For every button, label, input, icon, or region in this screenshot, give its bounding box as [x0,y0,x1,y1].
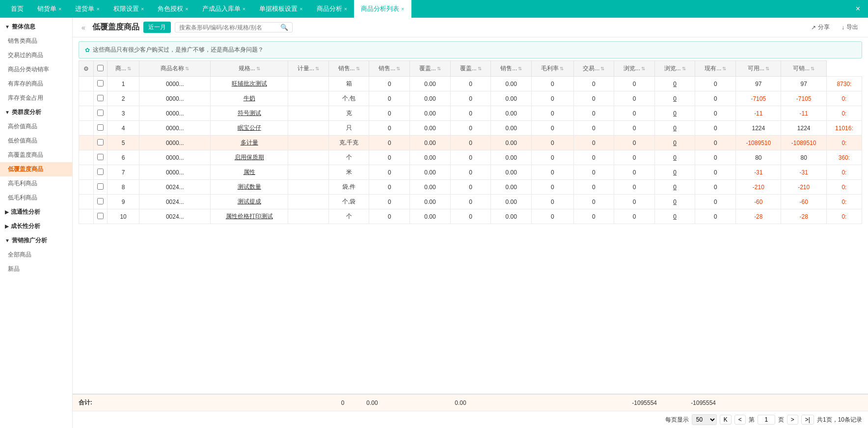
sidebar-item-high-value[interactable]: 高价值商品 [0,119,72,134]
row-code: 0000... [139,136,211,150]
row-unit: 克,千克 [328,136,369,150]
nav-role-close[interactable]: × [185,0,188,18]
row-name[interactable]: 属性 [211,165,288,180]
nav-product-analysis-list[interactable]: 商品分析列表 × [354,0,411,18]
next-page-btn[interactable]: > [787,415,798,425]
row-name[interactable]: 多计量 [211,136,288,150]
row-checkbox[interactable] [94,136,108,150]
nav-template-settings[interactable]: 单据模板设置 × [252,0,309,18]
row-browse-a[interactable]: 0 [654,121,695,136]
sidebar-section-marketing[interactable]: ▼ 营销推广分析 [0,233,72,248]
nav-analysis-list-close[interactable]: × [401,0,404,18]
row-gear [79,106,94,121]
row-checkbox[interactable] [94,91,108,106]
nav-permissions-close[interactable]: × [141,0,144,18]
nav-template-close[interactable]: × [299,0,302,18]
row-sales-qty: 0 [369,195,410,209]
row-sales-c: 0 [532,150,574,165]
row-browse-a[interactable]: 0 [654,165,695,180]
row-sales-c: 0 [532,77,574,91]
row-checkbox[interactable] [94,77,108,91]
last-page-btn[interactable]: >| [801,415,814,425]
row-checkbox[interactable] [94,180,108,195]
row-name[interactable]: 属性价格打印测试 [211,209,288,224]
row-checkbox[interactable] [94,106,108,121]
info-icon: ✿ [85,47,90,54]
period-button[interactable]: 近一月 [143,22,171,33]
nav-home[interactable]: 首页 [4,0,30,18]
row-browse-a[interactable]: 0 [654,180,695,195]
nav-sales-order[interactable]: 销货单 × [30,0,68,18]
page-title: 低覆盖度商品 [92,22,139,32]
row-checkbox[interactable] [94,209,108,224]
nav-purchase-order[interactable]: 进货单 × [68,0,106,18]
row-cover-a: 0 [450,91,491,106]
sidebar-item-in-stock[interactable]: 有库存的商品 [0,77,72,91]
export-button[interactable]: ↓ 导出 [838,22,862,33]
row-name[interactable]: 测试数量 [211,180,288,195]
sidebar-section-overall[interactable]: ▼ 整体信息 [0,20,72,34]
row-browse-a[interactable]: 0 [654,77,695,91]
row-browse-a[interactable]: 0 [654,136,695,150]
sidebar-item-category-rate[interactable]: 商品分类动销率 [0,62,72,77]
sidebar-item-traded-products[interactable]: 交易过的商品 [0,48,72,62]
row-current-stock: -60 [736,195,781,209]
nav-close-all[interactable]: × [852,4,864,13]
marketing-arrow: ▼ [5,238,10,243]
sidebar-item-sales-products[interactable]: 销售类商品 [0,34,72,48]
row-browse-a[interactable]: 0 [654,91,695,106]
sidebar-item-low-gross[interactable]: 低毛利商品 [0,191,72,205]
prev-page-btn[interactable]: < [734,415,746,425]
row-available: -11 [781,106,826,121]
row-name[interactable]: 牛奶 [211,91,288,106]
row-browse-a[interactable]: 0 [654,195,695,209]
sidebar-item-stock-capital[interactable]: 库存资金占用 [0,91,72,105]
sidebar-section-growth[interactable]: ▶ 成长性分析 [0,219,72,233]
page-size-select[interactable]: 50 20 100 [692,414,717,425]
row-name[interactable]: 眠宝公仔 [211,121,288,136]
page-input[interactable] [758,415,775,425]
row-sales-amt: 0.00 [410,209,451,224]
th-browse-b: 浏览...⇅ [654,61,695,77]
nav-role-auth[interactable]: 角色授权 × [151,0,195,18]
th-cover-b: 覆盖...⇅ [450,61,491,77]
search-input[interactable] [179,24,280,31]
row-browse-a[interactable]: 0 [654,150,695,165]
row-checkbox[interactable] [94,195,108,209]
sidebar-section-cluster[interactable]: ▼ 类群度分析 [0,105,72,119]
row-checkbox[interactable] [94,165,108,180]
row-current-stock: -7105 [736,91,781,106]
row-name[interactable]: 符号测试 [211,106,288,121]
sidebar-collapse-btn[interactable]: « [79,23,88,32]
row-available: -7105 [781,91,826,106]
row-checkbox[interactable] [94,121,108,136]
nav-product-analysis[interactable]: 商品分析 × [310,0,354,18]
row-checkbox[interactable] [94,150,108,165]
sidebar-item-high-gross[interactable]: 高毛利商品 [0,176,72,191]
row-browse-a[interactable]: 0 [654,106,695,121]
row-cover-a: 0 [450,121,491,136]
row-sales-qty: 0 [369,136,410,150]
sidebar-item-low-coverage[interactable]: 低覆盖度商品 [0,162,72,176]
row-browse-a[interactable]: 0 [654,209,695,224]
nav-sales-order-close[interactable]: × [58,0,61,18]
sidebar-item-low-value[interactable]: 低价值商品 [0,134,72,148]
sidebar-item-high-coverage[interactable]: 高覆盖度商品 [0,148,72,162]
nav-analysis-close[interactable]: × [344,0,347,18]
sidebar-item-all-products[interactable]: 全部商品 [0,248,72,262]
share-button[interactable]: ↗ 分享 [807,22,834,33]
sidebar-section-circulation[interactable]: ▶ 流通性分析 [0,205,72,219]
nav-product-close[interactable]: × [243,0,245,18]
table-row: 8 0024... 测试数量 袋,件 0 0.00 0 0.00 0 0 0 0… [79,180,862,195]
nav-permissions[interactable]: 权限设置 × [107,0,151,18]
row-name[interactable]: 测试提成 [211,195,288,209]
nav-purchase-close[interactable]: × [96,0,99,18]
row-name[interactable]: 启用保质期 [211,150,288,165]
first-page-btn[interactable]: K [720,415,732,425]
th-settings[interactable]: ⚙ [79,61,94,77]
nav-product-warehouse[interactable]: 产成品入库单 × [195,0,252,18]
row-name[interactable]: 旺辅批次测试 [211,77,288,91]
select-all-checkbox[interactable] [97,65,104,71]
sidebar-item-new-products[interactable]: 新品 [0,262,72,276]
row-cover-b: 0.00 [491,209,532,224]
